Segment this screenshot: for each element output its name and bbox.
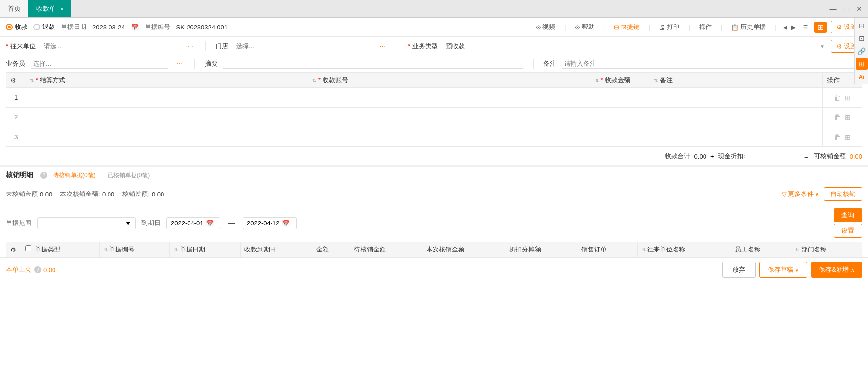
row-3-num: 3 xyxy=(6,127,26,147)
table-gear-bottom[interactable]: ⚙ xyxy=(10,246,16,253)
col-settlement-label: 结算方式 xyxy=(36,76,66,84)
more-conditions-chevron: ∧ xyxy=(815,191,820,198)
tab-close-icon[interactable]: × xyxy=(60,6,63,12)
tab-done[interactable]: 已核销单据(0笔) xyxy=(108,171,150,180)
date-to-input[interactable]: 2022-04-12 📅 xyxy=(243,217,297,229)
radio-refund[interactable]: 退款 xyxy=(33,23,55,31)
salesperson-input[interactable] xyxy=(31,59,168,69)
history-button[interactable]: 📋 历史单据 xyxy=(728,22,769,32)
checkbox-header[interactable]: ⚙ xyxy=(6,242,21,257)
shortcut-icon: ⊟ xyxy=(614,24,619,31)
row-2-action: 🗑 ⊞ xyxy=(823,108,862,127)
store-input[interactable] xyxy=(234,41,372,51)
home-tab-label: 首页 xyxy=(8,4,21,13)
row-1-copy-icon[interactable]: ⊞ xyxy=(845,94,851,102)
nav-right-icon[interactable]: ▶ xyxy=(791,24,796,31)
salesperson-more-button[interactable]: ··· xyxy=(174,59,185,68)
auto-cancel-button[interactable]: 自动核销 xyxy=(824,187,862,201)
nuclear-info-icon[interactable]: ? xyxy=(40,172,47,179)
date-from-icon[interactable]: 📅 xyxy=(206,220,214,227)
row-1-remark[interactable] xyxy=(650,88,822,108)
video-button[interactable]: ⊙ 视频 xyxy=(533,22,558,32)
sidebar-icon-1[interactable]: ⊟ xyxy=(856,20,868,31)
tab-receipt[interactable]: 收款单 × xyxy=(28,0,71,17)
row-3-amount[interactable] xyxy=(591,127,650,147)
more-conditions-button[interactable]: ▽ 更多条件 ∧ xyxy=(782,190,820,198)
abandon-button[interactable]: 放弃 xyxy=(722,262,756,278)
range-select[interactable]: ▼ xyxy=(37,217,136,229)
row-2-num: 2 xyxy=(6,108,26,127)
help-icon: ⊙ xyxy=(575,24,580,31)
sidebar-icon-3[interactable]: 🔗 xyxy=(856,45,868,57)
diff-value: 0.00 xyxy=(152,191,164,198)
row-2-remark[interactable] xyxy=(650,108,822,127)
sidebar-icon-4[interactable]: ⊞ xyxy=(856,58,868,70)
help-label: 帮助 xyxy=(582,23,595,31)
business-type-chevron[interactable]: ▼ xyxy=(820,44,825,49)
form-row-1: 往来单位 ··· 门店 ··· 业务类型 预收款 ▼ ⚙ 设置 xyxy=(0,37,868,56)
this-order-label: 本单上欠 xyxy=(6,265,31,274)
partner-more-button[interactable]: ··· xyxy=(185,42,195,51)
layout-grid-button[interactable]: ⊞ xyxy=(814,22,827,33)
row-1-account[interactable] xyxy=(308,88,591,108)
footer: 本单上欠 ? 0.00 放弃 保存草稿 ∧ 保存&新增 ∧ xyxy=(0,257,868,281)
row-3-remark[interactable] xyxy=(650,127,822,147)
number-label: 单据编号 xyxy=(145,23,170,31)
close-button[interactable]: ✕ xyxy=(854,4,864,14)
date-value[interactable]: 2023-03-24 xyxy=(92,24,125,31)
select-all-checkbox[interactable] xyxy=(25,245,31,251)
row-1-delete-icon[interactable]: 🗑 xyxy=(834,94,841,102)
row-2-amount[interactable] xyxy=(591,108,650,127)
row-3-settlement[interactable] xyxy=(26,127,308,147)
range-label: 单据范围 xyxy=(6,219,31,227)
settings-filter-button[interactable]: 设置 xyxy=(834,224,862,238)
row-3-copy-icon[interactable]: ⊞ xyxy=(845,133,851,141)
available-value: 0.00 xyxy=(850,153,862,160)
col-dept-header: ⇅ 部门名称 xyxy=(791,242,862,257)
col-amount-label: 收款金额 xyxy=(601,76,631,84)
layout-list-button[interactable]: ≡ xyxy=(800,22,811,32)
calendar-icon[interactable]: 📅 xyxy=(131,24,139,31)
partner-input[interactable] xyxy=(42,41,179,51)
save-draft-button[interactable]: 保存草稿 ∧ xyxy=(760,262,807,278)
nav-left-icon[interactable]: ◀ xyxy=(783,24,787,31)
print-button[interactable]: 🖨 打印 xyxy=(656,22,682,32)
discount-input[interactable] xyxy=(749,151,798,161)
sidebar-ai-button[interactable]: Ai xyxy=(856,71,868,83)
operation-button[interactable]: 操作 xyxy=(696,22,715,32)
table-gear-header[interactable]: ⚙ xyxy=(6,73,26,88)
query-button[interactable]: 查询 xyxy=(834,208,862,222)
help-button[interactable]: ⊙ 帮助 xyxy=(572,22,597,32)
row-1-amount[interactable] xyxy=(591,88,650,108)
row-3-delete-icon[interactable]: 🗑 xyxy=(834,133,841,141)
save-new-button[interactable]: 保存&新增 ∧ xyxy=(811,262,862,278)
row-2-copy-icon[interactable]: ⊞ xyxy=(845,113,851,121)
row-3-account[interactable] xyxy=(308,127,591,147)
col-type-header: 单据类型 xyxy=(21,242,100,257)
date-label: 单据日期 xyxy=(61,23,86,31)
col-sales-header: 销售订单 xyxy=(577,242,637,257)
tab-home[interactable]: 首页 xyxy=(0,0,28,17)
date-from-input[interactable]: 2022-04-01 📅 xyxy=(166,217,220,229)
maximize-button[interactable]: □ xyxy=(842,4,850,14)
summary-input[interactable] xyxy=(223,59,523,69)
store-more-button[interactable]: ··· xyxy=(378,42,388,51)
sidebar-icon-2[interactable]: ⊡ xyxy=(856,32,868,44)
total-value: 0.00 xyxy=(694,153,706,160)
radio-receipt[interactable]: 收款 xyxy=(6,23,27,31)
row-2-settlement[interactable] xyxy=(26,108,308,127)
business-type-label: 业务类型 xyxy=(408,42,438,51)
remark-label: 备注 xyxy=(543,59,556,68)
remark-input[interactable] xyxy=(562,59,862,69)
row-1-settlement[interactable] xyxy=(26,88,308,108)
tab-pending[interactable]: 待核销单据(0笔) xyxy=(53,171,96,180)
business-type-value[interactable]: 预收款 xyxy=(444,41,814,52)
nuclear-filter-right: ▽ 更多条件 ∧ 自动核销 xyxy=(782,187,862,201)
tab-bar-actions: — □ ✕ xyxy=(828,4,868,14)
row-2-delete-icon[interactable]: 🗑 xyxy=(834,113,841,121)
date-to-icon[interactable]: 📅 xyxy=(282,220,290,227)
footer-info-icon[interactable]: ? xyxy=(34,266,41,273)
shortcut-button[interactable]: ⊟ 快捷键 xyxy=(611,22,643,32)
row-2-account[interactable] xyxy=(308,108,591,127)
minimize-button[interactable]: — xyxy=(828,4,839,14)
